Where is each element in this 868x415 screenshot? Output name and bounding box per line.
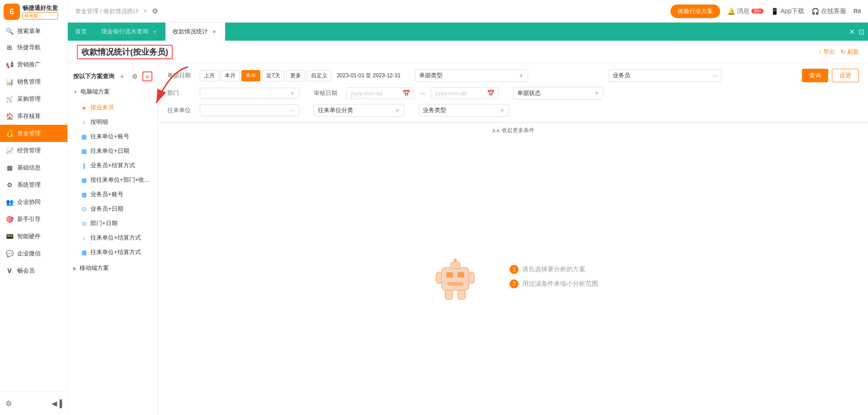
logo-area: 6 畅捷通好生意 标准版 (0, 0, 67, 24)
date-btn-more[interactable]: 更多 (286, 70, 305, 81)
refresh-button[interactable]: ↻ 刷新 (840, 48, 859, 56)
robot-illustration (428, 250, 482, 304)
tree-item-partner-dept[interactable]: ▦ 按往来单位+部门+收... (68, 173, 158, 187)
sidebar-item-member[interactable]: V 畅会员 (0, 262, 67, 279)
partner-more-icon[interactable]: ··· (290, 107, 295, 114)
topbar-actions: 体验行业方案 🔔 消息 99+ 📱 App下载 🎧 在线客服 Rit (670, 5, 861, 18)
tree-item-label: 业务员+日期 (90, 205, 123, 213)
tree-item-label: 业务员+账号 (90, 190, 123, 198)
partner-category-label: 往来单位分类 (318, 106, 353, 114)
sidebar-item-label: 智能硬件 (17, 232, 41, 241)
filter-row-3: 往来单位 ··· 往来单位分类 ▼ 业务类型 ▼ (167, 104, 859, 117)
sidebar-item-basic-info[interactable]: ▦ 基础信息 (0, 159, 67, 176)
tree-section-mobile: ▶ 移动端方案 (68, 261, 158, 275)
date-btn-this-year[interactable]: 本年 (241, 70, 260, 81)
sidebar-item-label: 基础信息 (17, 164, 41, 172)
sidebar-item-system[interactable]: ⚙ 系统管理 (0, 176, 67, 193)
empty-state-hints: 1 请先选择要分析的方案 2 用过滤条件来缩小分析范围 (509, 265, 598, 288)
window-close-btn[interactable]: ✕ (849, 28, 855, 36)
add-scheme-icon[interactable]: + (117, 71, 127, 81)
dept-select[interactable]: ▼ (200, 88, 299, 99)
settings-bottom-icon[interactable]: ⚙ (5, 399, 12, 408)
message-icon-area[interactable]: 🔔 消息 99+ (727, 7, 764, 15)
review-date-start[interactable]: yyyy-mm-dd 📅 (346, 87, 414, 99)
date-btn-7days[interactable]: 近7天 (262, 70, 284, 81)
review-date-end[interactable]: yyyy-mm-dd 📅 (431, 87, 499, 99)
basic-info-icon: ▦ (5, 164, 14, 172)
sidebar-item-guide[interactable]: 🎯 新手引导 (0, 211, 67, 228)
tab-home[interactable]: 首页 (68, 23, 94, 41)
tree-section-desktop-title[interactable]: ▼ 电脑端方案 (68, 85, 158, 99)
bill-status-select[interactable]: 单据状态 ▼ (513, 87, 604, 99)
sidebar-item-operations[interactable]: 📈 经营管理 (0, 142, 67, 159)
tree-item-partner-payment1[interactable]: ↕ 往来单位+结算方式 (68, 231, 158, 245)
window-maximize-btn[interactable]: ⊡ (859, 28, 864, 36)
user-name[interactable]: Rit (854, 8, 861, 14)
sidebar-item-wechat[interactable]: 💬 企业微信 (0, 245, 67, 262)
app-download-label: App下载 (780, 7, 804, 15)
tab-cashflow-close[interactable]: × (151, 28, 158, 35)
sidebar-item-search[interactable]: 🔍 搜索菜单 (0, 24, 67, 39)
settings-button[interactable]: 设置 (832, 69, 859, 82)
query-button[interactable]: 查询 (802, 69, 828, 82)
sidebar-item-marketing[interactable]: 📢 营销推广 (0, 56, 67, 73)
date-btn-last-month[interactable]: 上月 (200, 70, 219, 81)
tab-receipt-close[interactable]: × (211, 28, 218, 35)
tree-item-salesperson-date[interactable]: ⊙ 业务员+日期 (68, 202, 158, 216)
review-date-end-icon[interactable]: 📅 (487, 90, 495, 97)
date-btn-this-month[interactable]: 本月 (221, 70, 240, 81)
partner-input[interactable]: ··· (200, 104, 299, 116)
salesperson-select[interactable]: 业务员 ··· (609, 69, 722, 82)
tree-item-partner-account[interactable]: ▦ 往来单位+账号 (68, 129, 158, 144)
online-service-area[interactable]: 🎧 在线客服 (811, 7, 846, 15)
topbar-settings-icon[interactable]: ⚙ (152, 7, 158, 15)
collapse-bar[interactable]: ∧∧ 收起更多条件 (158, 123, 868, 138)
collapse-panel-icon[interactable]: « (142, 71, 152, 81)
tree-item-salesperson-account[interactable]: ▦ 业务员+账号 (68, 187, 158, 202)
review-date-start-text: yyyy-mm-dd (350, 90, 382, 97)
tab-cashflow[interactable]: 现金银行流水查询 × (94, 23, 165, 41)
type-select[interactable]: 单据类型 ▼ (415, 69, 528, 82)
tree-item-partner-date[interactable]: ▦ 往来单位+日期 (68, 144, 158, 158)
member-icon: V (5, 267, 14, 275)
sidebar-item-finance[interactable]: 💰 资金管理 (0, 125, 67, 142)
business-type-select[interactable]: 业务类型 ▼ (419, 104, 509, 117)
tree-expand-icon: ▼ (73, 90, 78, 94)
wechat-icon: 💬 (5, 250, 14, 258)
sidebar-item-sales[interactable]: 📊 销售管理 (0, 73, 67, 90)
tabbar: 首页 现金银行流水查询 × 收款情况统计 × ✕ ⊡ (68, 23, 868, 41)
tree-section-desktop: ▼ 电脑端方案 ● 按业务员 ↕ 按明细 ▦ 往来单位+账号 (68, 85, 158, 261)
review-date-start-icon[interactable]: 📅 (402, 90, 410, 97)
content-area: 按以下方案查询 + ⚙ « ▼ 电脑端方案 ● 按业务员 (68, 63, 868, 415)
left-panel: 按以下方案查询 + ⚙ « ▼ 电脑端方案 ● 按业务员 (68, 63, 158, 415)
tree-item-detail[interactable]: ↕ 按明细 (68, 115, 158, 129)
tree-item-partner-payment2[interactable]: ▦ 往来单位+结算方式 (68, 245, 158, 259)
salesperson-more-icon[interactable]: ··· (712, 72, 717, 79)
collapse-sidebar-icon[interactable]: ◀▐ (52, 399, 62, 408)
finance-icon: 💰 (5, 129, 14, 137)
export-button[interactable]: ↑ 导出 (819, 48, 835, 56)
sidebar-item-hardware[interactable]: 📟 智能硬件 (0, 228, 67, 245)
scheme-settings-icon[interactable]: ⚙ (130, 71, 140, 81)
sidebar-item-inventory[interactable]: 🏠 库存核算 (0, 108, 67, 125)
tree-item-salesperson-payment[interactable]: ∥ 业务员+结算方式 (68, 158, 158, 173)
tree-item-dept-date[interactable]: ⊙ 部门+日期 (68, 216, 158, 231)
filter-actions: 查询 设置 (802, 69, 859, 82)
partner-category-select[interactable]: 往来单位分类 ▼ (314, 104, 404, 117)
app-download-area[interactable]: 📱 App下载 (771, 7, 804, 15)
sidebar-item-enterprise[interactable]: 👥 企业协同 (0, 193, 67, 211)
hardware-icon: 📟 (5, 232, 14, 241)
tree-section-mobile-title[interactable]: ▶ 移动端方案 (68, 261, 158, 275)
sidebar-item-purchase[interactable]: 🛒 采购管理 (0, 90, 67, 108)
type-select-arrow: ▼ (518, 72, 524, 79)
trial-button[interactable]: 体验行业方案 (670, 5, 720, 18)
tab-cashflow-label: 现金银行流水查询 (101, 28, 148, 36)
tab-receipt[interactable]: 收款情况统计 × (165, 23, 225, 41)
date-btn-custom[interactable]: 自定义 (307, 70, 331, 81)
sidebar-item-quicknav[interactable]: ⊞ 快捷导航 (0, 39, 67, 56)
hint-text-1: 请先选择要分析的方案 (522, 265, 585, 274)
tree-expand-icon-mobile: ▶ (73, 266, 77, 271)
tree-item-salesperson[interactable]: ● 按业务员 (68, 100, 158, 115)
filter-row-2: 部门 ▼ 审核日期 yyyy-mm-dd 📅 — yyyy-mm-dd 📅 (167, 87, 859, 99)
sales-icon: 📊 (5, 78, 14, 86)
